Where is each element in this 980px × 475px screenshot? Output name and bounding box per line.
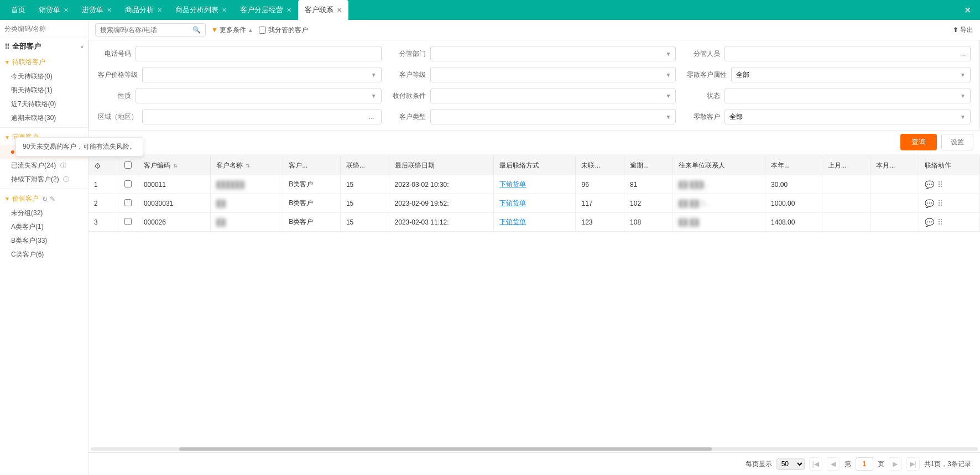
dept-select[interactable]: ▼ bbox=[430, 46, 676, 61]
region-dots[interactable]: ... bbox=[367, 113, 377, 121]
per-page-select[interactable]: 50 100 200 bbox=[776, 458, 805, 470]
action-chat-0[interactable]: 💬 bbox=[925, 180, 934, 189]
pagination-total: 共1页，3条记录 bbox=[924, 460, 971, 469]
nature-select[interactable]: ▼ bbox=[135, 88, 382, 103]
last-page-btn[interactable]: ▶| bbox=[906, 457, 920, 471]
filter-row-zero-attr: 零散客户属性 全部 ▼ bbox=[687, 67, 971, 82]
payment-select[interactable]: ▼ bbox=[430, 88, 676, 103]
horizontal-scrollbar[interactable] bbox=[88, 446, 980, 452]
settings-button[interactable]: 设置 bbox=[941, 134, 973, 150]
close-tab-1[interactable]: ✕ bbox=[64, 7, 69, 14]
edit-icon[interactable]: ✎ bbox=[50, 195, 55, 203]
refresh-icon[interactable]: ↻ bbox=[42, 195, 48, 203]
sidebar-group-pending[interactable]: ▼ 待联络客户 bbox=[0, 55, 88, 70]
row-select-0[interactable] bbox=[124, 180, 132, 187]
row-checkbox-2 bbox=[118, 213, 138, 232]
action-more-2[interactable]: ⠿ bbox=[937, 218, 943, 227]
customer-type-select[interactable]: ▼ bbox=[430, 109, 676, 124]
close-tab-3[interactable]: ✕ bbox=[157, 7, 162, 14]
my-customers-checkbox[interactable] bbox=[259, 27, 266, 34]
customer-tier-select[interactable]: ▼ bbox=[430, 67, 676, 82]
filter-search-input[interactable] bbox=[100, 26, 192, 34]
col-name[interactable]: 客户名称 ⇅ bbox=[211, 156, 283, 175]
page-input[interactable] bbox=[856, 457, 873, 471]
filter-row-payment: 收付款条件 ▼ bbox=[393, 88, 676, 103]
status-select[interactable]: ▼ bbox=[724, 88, 971, 103]
sidebar-item-ungrouped[interactable]: 未分组(32) bbox=[0, 206, 88, 220]
action-chat-2[interactable]: 💬 bbox=[925, 218, 934, 227]
sidebar-item-tomorrow[interactable]: 明天待联络(1) bbox=[0, 83, 88, 97]
filter-row-price-tier: 客户价格等级 ▼ bbox=[98, 67, 382, 82]
price-tier-select[interactable]: ▼ bbox=[142, 67, 382, 82]
zero-attr-select[interactable]: 全部 ▼ bbox=[731, 67, 971, 82]
filter-row-region: 区域（地区） ... bbox=[98, 109, 382, 124]
row-name-1: ██ bbox=[211, 194, 283, 213]
close-tab-5[interactable]: ✕ bbox=[286, 7, 291, 14]
next-page-btn[interactable]: ▶ bbox=[889, 457, 902, 471]
col-action: 联络动作 bbox=[919, 156, 979, 175]
tab-product-analysis-list[interactable]: 商品分析列表 ✕ bbox=[169, 0, 233, 20]
manager-select[interactable]: ... bbox=[724, 46, 971, 61]
grid-icon: ⠿ bbox=[4, 43, 10, 51]
prev-page-btn[interactable]: ◀ bbox=[827, 457, 840, 471]
row-select-1[interactable] bbox=[124, 199, 132, 206]
filter-my-customers[interactable]: 我分管的客户 bbox=[259, 25, 308, 35]
filter-search-icon[interactable]: 🔍 bbox=[192, 26, 201, 34]
close-all-tabs[interactable]: ✕ bbox=[960, 3, 976, 18]
action-more-1[interactable]: ⠿ bbox=[937, 199, 943, 208]
last-method-link-2[interactable]: 下销货单 bbox=[499, 218, 526, 226]
sidebar-item-class-b[interactable]: B类客户(33) bbox=[0, 234, 88, 248]
zero-customer-select[interactable]: 全部 ▼ bbox=[724, 109, 971, 124]
sidebar-all-customers[interactable]: ⠿ 全部客户 « bbox=[0, 38, 88, 55]
phone-input[interactable] bbox=[135, 46, 382, 61]
region-select[interactable]: ... bbox=[142, 109, 382, 124]
filter-more-btn[interactable]: ▼ 更多条件 ▲ bbox=[211, 25, 253, 35]
last-method-link-1[interactable]: 下销货单 bbox=[499, 199, 526, 207]
col-this-month: 本月... bbox=[870, 156, 919, 175]
main-layout: 🔍 ⠿ 全部客户 « ▼ 待联络客户 今天待联络(0) 明天待联络(1) 近7天… bbox=[0, 20, 980, 475]
page-label: 第 bbox=[845, 460, 851, 469]
sidebar-search-input[interactable] bbox=[4, 25, 87, 33]
sidebar-item-today[interactable]: 今天待联络(0) bbox=[0, 70, 88, 83]
row-unit-contact-0: ██ ███... bbox=[673, 175, 765, 194]
divider-1 bbox=[0, 127, 88, 128]
last-method-link-0[interactable]: 下销货单 bbox=[499, 180, 526, 188]
status-label: 状态 bbox=[687, 91, 720, 101]
scroll-thumb[interactable] bbox=[179, 447, 711, 451]
sidebar-item-overdue[interactable]: 逾期未联络(30) bbox=[0, 111, 88, 125]
tab-customer-tiering[interactable]: 客户分层经营 ✕ bbox=[233, 0, 298, 20]
query-button[interactable]: 查询 bbox=[900, 134, 937, 150]
tab-home[interactable]: 首页 bbox=[4, 0, 32, 20]
tab-customer-contact[interactable]: 客户联系 ✕ bbox=[298, 0, 348, 20]
sidebar-item-class-c[interactable]: C类客户(6) bbox=[0, 248, 88, 262]
row-select-2[interactable] bbox=[124, 218, 132, 225]
tab-product-analysis[interactable]: 商品分析 ✕ bbox=[118, 0, 169, 20]
sidebar-item-churned[interactable]: 已流失客户(24) ⓘ bbox=[0, 159, 88, 173]
action-more-0[interactable]: ⠿ bbox=[937, 180, 943, 189]
tab-purchase-order[interactable]: 进货单 ✕ bbox=[75, 0, 118, 20]
col-code[interactable]: 客户编码 ⇅ bbox=[138, 156, 210, 175]
nature-label: 性质 bbox=[98, 91, 131, 101]
sidebar-item-week[interactable]: 近7天待联络(0) bbox=[0, 97, 88, 111]
filter-row-manager: 分管人员 ... bbox=[687, 46, 971, 61]
sidebar-group-value[interactable]: ▼ 价值客户 ↻ ✎ bbox=[0, 191, 88, 206]
action-chat-1[interactable]: 💬 bbox=[925, 199, 934, 208]
gear-icon[interactable]: ⚙ bbox=[94, 161, 101, 170]
export-btn[interactable]: ⬆ 导出 bbox=[953, 25, 973, 35]
tab-sales-order[interactable]: 销货单 ✕ bbox=[32, 0, 75, 20]
phone-label: 电话号码 bbox=[98, 49, 131, 59]
divider-2 bbox=[0, 189, 88, 189]
filter-row-customer-tier: 客户等级 ▼ bbox=[393, 67, 676, 82]
close-tab-6[interactable]: ✕ bbox=[337, 7, 342, 14]
sort-icon-name: ⇅ bbox=[246, 163, 250, 169]
row-contact-0: 15 bbox=[340, 175, 389, 194]
select-all-checkbox[interactable] bbox=[124, 161, 132, 169]
sidebar-item-declining[interactable]: 持续下滑客户(2) ⓘ bbox=[0, 173, 88, 186]
filter-row-zero-customer: 零散客户 全部 ▼ bbox=[687, 109, 971, 124]
sidebar-item-class-a[interactable]: A类客户(1) bbox=[0, 220, 88, 234]
first-page-btn[interactable]: |◀ bbox=[809, 457, 822, 471]
arrow-icon-3: ▼ bbox=[4, 196, 10, 202]
close-tab-4[interactable]: ✕ bbox=[222, 7, 227, 14]
close-tab-2[interactable]: ✕ bbox=[107, 7, 112, 14]
filter-icon: ▼ bbox=[211, 26, 218, 34]
